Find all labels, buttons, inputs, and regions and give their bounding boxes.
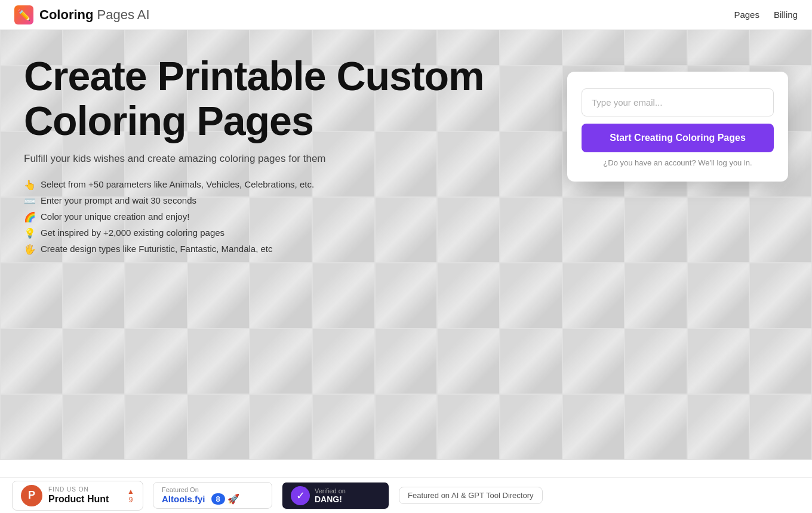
signup-form-card: Start Creating Coloring Pages ¿Do you ha… — [567, 72, 788, 182]
grid-cell — [0, 328, 63, 394]
grid-cell — [125, 394, 187, 460]
svg-point-61 — [223, 354, 238, 369]
feature-item: 🖐️Create design types like Futuristic, F… — [24, 244, 513, 255]
svg-point-74 — [389, 428, 398, 438]
svg-point-56 — [759, 274, 802, 317]
main-content: Create Printable Custom Coloring Pages F… — [0, 0, 812, 513]
grid-cell — [312, 394, 375, 460]
feature-text: Enter your prompt and wait 30 seconds — [41, 195, 196, 205]
grid-cell — [625, 197, 687, 263]
hero-title: Create Printable Custom Coloring Pages — [24, 54, 513, 143]
grid-cell — [375, 394, 438, 460]
svg-point-69 — [81, 408, 106, 433]
logo-icon: ✏️ — [14, 5, 33, 24]
form-hint: ¿Do you have an account? We'll log you i… — [582, 158, 774, 167]
aitools-featured-label: Featured On Altools.fyi 8 🚀 — [162, 486, 239, 505]
svg-point-65 — [522, 361, 540, 380]
grid-cell — [687, 263, 750, 328]
feature-item: 💡Get inspired by +2,000 existing colorin… — [24, 228, 513, 239]
svg-point-71 — [144, 414, 168, 439]
svg-point-54 — [536, 288, 550, 303]
svg-point-76 — [581, 408, 605, 433]
grid-cell — [562, 197, 625, 263]
feature-emoji: 💡 — [24, 228, 36, 239]
ph-text: FIND US ON Product Hunt — [48, 486, 109, 505]
grid-cell — [63, 394, 125, 460]
svg-point-79 — [709, 427, 728, 446]
grid-cell — [687, 197, 750, 263]
grid-cell — [625, 394, 687, 460]
grid-cell — [749, 394, 812, 460]
svg-point-62 — [393, 343, 418, 367]
feature-emoji: 🌈 — [24, 211, 36, 223]
aitools-badge[interactable]: Featured On Altools.fyi 8 🚀 — [153, 482, 272, 509]
cta-button[interactable]: Start Creating Coloring Pages — [582, 124, 774, 152]
logo-text: Coloring Pages AI — [39, 7, 150, 23]
grid-cell — [187, 394, 250, 460]
email-input[interactable] — [582, 88, 774, 116]
svg-point-68 — [723, 354, 738, 369]
grid-cell — [687, 394, 750, 460]
grid-cell — [0, 394, 63, 460]
footer-bar: P FIND US ON Product Hunt ▲ 9 Featured O… — [0, 477, 812, 513]
svg-point-72 — [210, 427, 228, 446]
grid-cell — [749, 197, 812, 263]
feature-item: 🌈Color your unique creation and enjoy! — [24, 211, 513, 223]
feature-text: Color your unique creation and enjoy! — [41, 211, 189, 222]
dang-logo-icon: ✓ — [291, 486, 310, 505]
svg-point-46 — [14, 297, 24, 306]
grid-cell — [437, 394, 500, 460]
header: ✏️ Coloring Pages AI Pages Billing — [0, 0, 812, 30]
ph-logo-icon: P — [21, 485, 42, 506]
feature-emoji: ⌨️ — [24, 195, 36, 207]
feature-text: Create design types like Futuristic, Fan… — [41, 244, 273, 254]
dang-badge[interactable]: ✓ Verified on DANG! — [282, 482, 389, 509]
nav-pages[interactable]: Pages — [734, 10, 759, 20]
svg-rect-66 — [572, 340, 615, 383]
svg-point-53 — [513, 297, 523, 306]
svg-rect-73 — [260, 406, 303, 449]
svg-point-57 — [768, 283, 793, 308]
hero-subtitle: Fulfill your kids wishes and create amaz… — [24, 153, 513, 165]
grid-cell — [749, 263, 812, 328]
svg-point-64 — [456, 349, 481, 373]
grid-cell — [625, 328, 687, 394]
svg-point-58 — [22, 361, 41, 380]
svg-point-55 — [706, 277, 731, 302]
grid-cell — [250, 328, 312, 394]
grid-cell — [187, 328, 250, 394]
svg-point-67 — [701, 363, 710, 372]
grid-cell — [562, 263, 625, 328]
svg-point-51 — [334, 296, 353, 314]
grid-cell — [562, 328, 625, 394]
grid-cell — [312, 328, 375, 394]
logo[interactable]: ✏️ Coloring Pages AI — [14, 5, 150, 24]
svg-point-77 — [635, 406, 678, 449]
hero-features: 👆Select from +50 parameters like Animals… — [24, 179, 513, 255]
rocket-icon: 🚀 — [227, 493, 239, 505]
svg-point-42 — [572, 208, 615, 251]
feature-emoji: 🖐️ — [24, 244, 36, 255]
svg-point-9 — [584, 33, 602, 51]
svg-point-63 — [447, 340, 490, 383]
svg-point-43 — [581, 217, 605, 242]
feature-item: ⌨️Enter your prompt and wait 30 seconds — [24, 195, 513, 207]
main-nav: Pages Billing — [734, 10, 798, 20]
grid-cell — [125, 328, 187, 394]
feature-text: Get inspired by +2,000 existing coloring… — [41, 228, 224, 238]
product-hunt-badge[interactable]: P FIND US ON Product Hunt ▲ 9 — [12, 481, 143, 511]
svg-point-44 — [647, 230, 665, 248]
svg-rect-59 — [72, 340, 115, 383]
grid-cell — [250, 394, 312, 460]
grid-cell — [749, 328, 812, 394]
svg-point-50 — [269, 283, 293, 308]
svg-point-11 — [764, 34, 773, 44]
feature-text: Select from +50 parameters like Animals,… — [41, 179, 314, 189]
ai-gpt-badge[interactable]: Featured on AI & GPT Tool Directory — [399, 487, 543, 504]
svg-point-47 — [36, 288, 51, 303]
grid-cell — [500, 394, 562, 460]
nav-billing[interactable]: Billing — [774, 10, 798, 20]
hero-section: Create Printable Custom Coloring Pages F… — [0, 30, 537, 284]
svg-point-60 — [201, 363, 211, 372]
dang-text-block: Verified on DANG! — [315, 487, 346, 504]
